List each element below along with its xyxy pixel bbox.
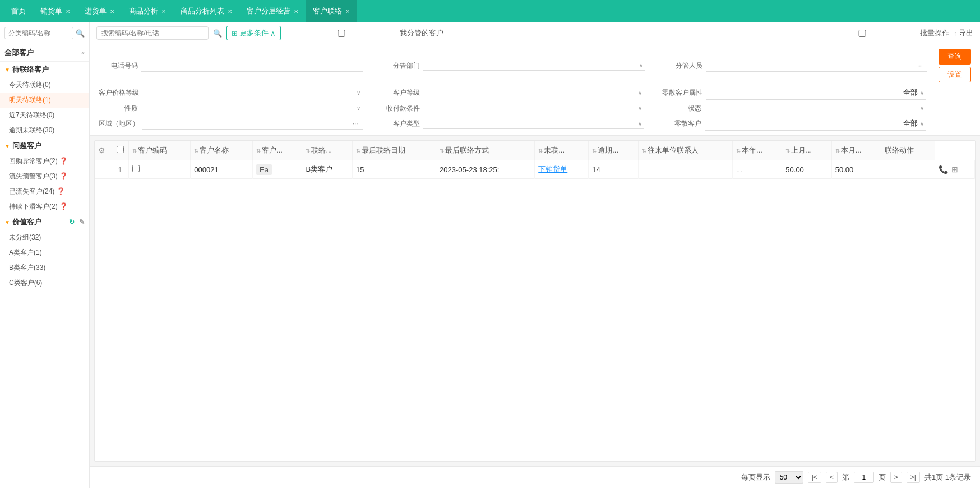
nav-product-analysis-list[interactable]: 商品分析列表 ✕ — [174, 0, 239, 22]
nav-purchase-order[interactable]: 进货单 ✕ — [78, 0, 121, 22]
col-unit-contact[interactable]: ⇅往来单位联系人 — [638, 141, 732, 160]
collapse-icon: « — [81, 49, 85, 56]
sidebar-item-week-pending[interactable]: 近7天待联络(0) — [0, 108, 89, 123]
page-size-select[interactable]: 50 100 200 — [775, 471, 803, 484]
row-contact-count: 15 — [352, 160, 436, 179]
arrow-icon: ▼ — [4, 143, 10, 149]
next-page-btn[interactable]: > — [890, 472, 902, 483]
export-icon: ↑ — [954, 29, 958, 38]
filter-customer-type: 客户类型 ∨ — [381, 119, 645, 129]
gear-icon[interactable]: ⚙ — [98, 146, 105, 155]
close-icon[interactable]: ✕ — [161, 8, 166, 15]
filter-phone: 电话号码 — [99, 60, 363, 72]
main-layout: 🔍 全部客户 « ▼ 待联络客户 今天待联络(0) 明天待联络(1) 近7天待联… — [0, 22, 980, 488]
row-select-checkbox[interactable] — [132, 165, 140, 172]
col-unlinked[interactable]: ⇅未联... — [535, 141, 589, 160]
last-method-link[interactable]: 下销货单 — [538, 165, 567, 173]
col-contact-count[interactable]: ⇅联络... — [302, 141, 353, 160]
sidebar-item-declining[interactable]: 持续下滑客户(2) ❓ — [0, 199, 89, 214]
sidebar-item-class-a[interactable]: A类客户(1) — [0, 245, 89, 260]
sidebar-item-churn-warning[interactable]: 流失预警客户(3) ❓ — [0, 169, 89, 184]
close-icon[interactable]: ✕ — [110, 8, 114, 15]
setting-button[interactable]: 设置 — [939, 67, 971, 82]
col-last-month[interactable]: ⇅上月... — [782, 141, 831, 160]
filter-bar: 🔍 ⊞ 更多条件 ∧ 我分管的客户 批量操作 ↑ 导出 — [90, 22, 980, 44]
sidebar-item-class-b[interactable]: B类客户(33) — [0, 260, 89, 275]
sidebar-group-problem: ▼ 问题客户 — [0, 138, 89, 154]
phone-input[interactable] — [141, 60, 363, 72]
filter-region: 区域（地区） ··· — [99, 118, 363, 130]
retail-customer-select[interactable]: 全部 ∨ — [705, 117, 926, 131]
close-icon[interactable]: ✕ — [294, 8, 298, 15]
prev-page-btn[interactable]: < — [826, 472, 838, 483]
adv-filter-row-1: 电话号码 分管部门 ∨ 分管人员 ··· — [99, 49, 971, 82]
batch-operation-btn[interactable]: 批量操作 — [806, 28, 949, 38]
col-overdue[interactable]: ⇅逾期... — [589, 141, 638, 160]
export-btn[interactable]: ↑ 导出 — [954, 28, 974, 38]
my-customer-checkbox[interactable]: 我分管的客户 — [285, 28, 443, 38]
close-icon[interactable]: ✕ — [228, 8, 232, 15]
dept-select[interactable]: ∨ — [423, 61, 645, 71]
edit-icon[interactable]: ✎ — [79, 218, 85, 226]
sidebar-item-churned[interactable]: 已流失客户(24) ❓ — [0, 184, 89, 199]
sidebar-item-abnormal-repurchase[interactable]: 回购异常客户(2) ❓ — [0, 154, 89, 169]
row-overdue — [638, 160, 732, 179]
status-select[interactable]: ∨ — [705, 103, 926, 113]
last-page-btn[interactable]: >| — [907, 472, 920, 483]
sidebar-all-customers[interactable]: 全部客户 « — [0, 44, 89, 62]
retail-attr-select[interactable]: 全部 ∨ — [706, 86, 926, 100]
refresh-icon[interactable]: ↻ — [69, 218, 75, 226]
sidebar-item-class-c[interactable]: C类客户(6) — [0, 275, 89, 291]
nav-home[interactable]: 首页 — [4, 0, 33, 22]
col-this-year[interactable]: ⇅本年... — [732, 141, 782, 160]
page-number-input[interactable] — [854, 472, 874, 483]
more-conditions-btn[interactable]: ⊞ 更多条件 ∧ — [226, 26, 281, 40]
phone-action-icon[interactable]: 📞 — [939, 165, 948, 174]
close-icon[interactable]: ✕ — [66, 8, 70, 15]
customer-level-select[interactable]: ∨ — [423, 88, 645, 98]
customer-type-select[interactable]: ∨ — [423, 119, 645, 129]
col-customer-code[interactable]: ⇅客户编码 — [128, 141, 191, 160]
close-icon[interactable]: ✕ — [345, 8, 350, 15]
adv-filter-row-2: 客户价格等级 ∨ 客户等级 ∨ 零散客户属性 全部 — [99, 86, 971, 100]
payment-select[interactable]: ∨ — [423, 103, 645, 113]
row-num: 1 — [112, 160, 128, 179]
price-level-select[interactable]: ∨ — [142, 88, 363, 98]
sidebar-item-today-pending[interactable]: 今天待联络(0) — [0, 77, 89, 93]
sidebar-item-overdue-pending[interactable]: 逾期未联络(30) — [0, 123, 89, 138]
row-actions: 📞 ⊞ — [935, 160, 975, 179]
nav-sales-order[interactable]: 销货单 ✕ — [34, 0, 77, 22]
row-this-month — [881, 160, 935, 179]
search-icon[interactable]: 🔍 — [76, 29, 85, 38]
sidebar-item-ungrouped[interactable]: 未分组(32) — [0, 230, 89, 245]
nature-select[interactable]: ∨ — [141, 103, 363, 113]
col-last-contact-method[interactable]: ⇅最后联络方式 — [436, 141, 535, 160]
sidebar-search-input[interactable] — [4, 27, 73, 39]
filter-nature: 性质 ∨ — [99, 103, 363, 113]
first-page-btn[interactable]: |< — [808, 472, 821, 483]
col-this-month[interactable]: ⇅本月... — [831, 141, 881, 160]
grid-action-icon[interactable]: ⊞ — [951, 165, 958, 174]
filter-dept: 分管部门 ∨ — [381, 61, 645, 71]
chevron-down-icon: ∨ — [920, 121, 924, 127]
batch-checkbox[interactable] — [806, 30, 918, 37]
sidebar-item-tomorrow-pending[interactable]: 明天待联络(1) — [0, 93, 89, 108]
nav-customer-tier[interactable]: 客户分层经营 ✕ — [240, 0, 305, 22]
select-all-checkbox[interactable] — [117, 146, 124, 153]
dotdot-icon[interactable]: ··· — [350, 119, 360, 127]
my-customer-check[interactable] — [285, 30, 397, 37]
nav-product-analysis[interactable]: 商品分析 ✕ — [122, 0, 173, 22]
col-last-contact-date[interactable]: ⇅最后联络日期 — [352, 141, 436, 160]
sidebar: 🔍 全部客户 « ▼ 待联络客户 今天待联络(0) 明天待联络(1) 近7天待联… — [0, 22, 90, 488]
col-customer-name[interactable]: ⇅客户名称 — [191, 141, 253, 160]
search-icon[interactable]: 🔍 — [213, 29, 222, 38]
row-unit-contact: ... — [732, 160, 782, 179]
query-button[interactable]: 查询 — [939, 49, 971, 65]
sort-icon: ⇅ — [440, 148, 444, 154]
dotdot-icon[interactable]: ··· — [915, 62, 925, 70]
adv-filter-row-3: 性质 ∨ 收付款条件 ∨ 状态 ∨ — [99, 103, 971, 113]
col-customer-type[interactable]: ⇅客户... — [253, 141, 302, 160]
nav-customer-contact[interactable]: 客户联络 ✕ — [306, 0, 357, 22]
arrow-icon: ▼ — [4, 219, 10, 225]
search-input[interactable] — [96, 26, 209, 40]
